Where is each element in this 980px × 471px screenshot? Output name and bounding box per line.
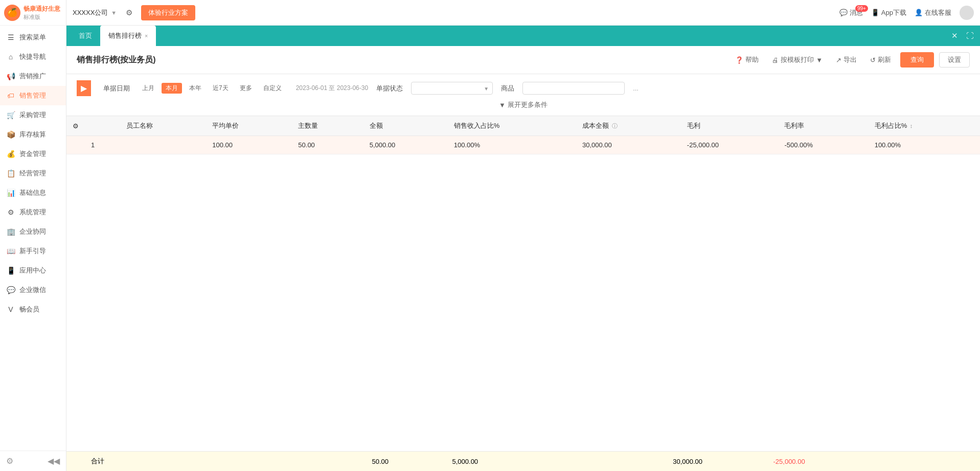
sidebar-icon-search: ☰ [6, 33, 15, 41]
sidebar-item-sales[interactable]: 🏷 销售管理 [0, 86, 66, 105]
date-tab-7days[interactable]: 近7天 [209, 83, 233, 94]
sidebar-item-operations[interactable]: 📋 经营管理 [0, 164, 66, 183]
export-button[interactable]: ↗ 导出 [832, 53, 861, 66]
sidebar-icon-apps: 📱 [6, 266, 15, 275]
sidebar-label-sales: 销售管理 [19, 91, 46, 100]
refresh-button[interactable]: ↺ 刷新 [866, 53, 895, 66]
tab-close-window-icon[interactable]: ✕ [949, 29, 960, 42]
print-button[interactable]: 🖨 按模板打印 ▼ [768, 53, 827, 66]
sidebar-item-apps[interactable]: 📱 应用中心 [0, 261, 66, 280]
row-gross-ratio: 100.00% [869, 136, 980, 154]
date-tab-current-month[interactable]: 本月 [162, 83, 182, 94]
tab-fullscreen-icon[interactable]: ⛶ [964, 29, 976, 42]
filter-expand-area: ▼ 展开更多条件 [77, 96, 970, 109]
sidebar-label-search: 搜索菜单 [19, 33, 46, 42]
settings-button[interactable]: 设置 [939, 52, 970, 68]
message-button[interactable]: 💬 消息 99+ [839, 8, 863, 17]
service-icon: 👤 [915, 9, 923, 16]
message-badge: 99+ [855, 5, 868, 12]
sidebar-item-inventory[interactable]: 📦 库存核算 [0, 125, 66, 144]
topbar-settings-btn[interactable]: ⚙ [122, 6, 136, 20]
expand-more-btn[interactable]: ▼ 展开更多条件 [499, 100, 548, 109]
export-icon: ↗ [836, 56, 841, 64]
logo-icon: 🍊 [4, 5, 20, 21]
sidebar-icon-marketing: 📢 [6, 72, 15, 80]
sidebar-label-apps: 应用中心 [19, 266, 46, 275]
date-tab-prev-month[interactable]: 上月 [138, 83, 158, 94]
footer-gross-rate [874, 457, 974, 466]
company-name: XXXXX公司 [73, 8, 108, 17]
sidebar-item-search[interactable]: ☰ 搜索菜单 [0, 28, 66, 47]
more-filters-btn[interactable]: ... [633, 84, 639, 92]
content-wrapper: 销售排行榜(按业务员) ❓ 帮助 🖨 按模板打印 ▼ ↗ 导出 ↺ 刷新 [66, 46, 980, 471]
sidebar-icon-operations: 📋 [6, 169, 15, 177]
help-icon: ❓ [735, 56, 743, 64]
tab-sales-ranking[interactable]: 销售排行榜 × [100, 26, 156, 46]
sidebar-icon-system: ⚙ [6, 208, 15, 216]
sidebar-label-marketing: 营销推广 [19, 72, 46, 81]
footer-row: 合计 50.00 5,000.00 30,000.00 -25,000.00 [73, 457, 974, 466]
sidebar-label-basic: 基础信息 [19, 188, 46, 197]
filter-row: ▶ 单据日期 上月 本月 本年 近7天 更多 自定义 2023-06-01 至 … [77, 80, 970, 96]
sidebar-icon-shortcut: ⌂ [6, 53, 15, 61]
sidebar-item-guide[interactable]: 📖 新手引导 [0, 241, 66, 261]
col-gross-rate: 毛利率 [778, 116, 868, 136]
filter-collapse-btn[interactable]: ▶ [77, 80, 91, 96]
date-range-group: 上月 本月 本年 近7天 更多 自定义 [138, 83, 286, 94]
date-tab-year[interactable]: 本年 [185, 83, 206, 94]
tab-home[interactable]: 首页 [71, 26, 100, 46]
date-tab-custom[interactable]: 自定义 [259, 83, 286, 94]
status-select[interactable] [411, 82, 493, 95]
app-download-button[interactable]: 📱 App下载 [871, 8, 906, 17]
print-icon: 🖨 [772, 56, 779, 64]
sidebar-item-wechat[interactable]: 💬 企业微信 [0, 280, 66, 300]
sidebar-label-purchase: 采购管理 [19, 110, 46, 120]
sidebar-item-purchase[interactable]: 🛒 采购管理 [0, 105, 66, 125]
logo-area: 🍊 畅康通好生意 标准版 [0, 0, 66, 26]
sidebar-item-system[interactable]: ⚙ 系统管理 [0, 203, 66, 222]
online-service-button[interactable]: 👤 在线客服 [915, 8, 951, 17]
row-gross-rate: -500.00% [778, 136, 868, 154]
row-sales-ratio: 100.00% [448, 136, 576, 154]
table-row: 1 100.00 50.00 5,000.00 100.00% 30,000.0… [66, 136, 980, 154]
sidebar-collapse-icon[interactable]: ◀◀ [48, 456, 60, 466]
col-rank [85, 116, 120, 136]
industry-button[interactable]: 体验行业方案 [141, 5, 195, 20]
company-selector[interactable]: XXXXX公司 ▼ [73, 8, 117, 17]
print-caret: ▼ [816, 56, 823, 64]
col-amount: 全额 [363, 116, 448, 136]
sidebar-icon-member: V [6, 305, 15, 313]
help-button[interactable]: ❓ 帮助 [731, 53, 763, 66]
sidebar: 🍊 畅康通好生意 标准版 ☰ 搜索菜单 ⌂ 快捷导航 📢 营销推广 🏷 销售管理… [0, 0, 66, 471]
sidebar-label-guide: 新手引导 [19, 246, 46, 256]
company-caret: ▼ [111, 10, 117, 16]
phone-icon: 📱 [871, 9, 879, 16]
sidebar-settings-icon[interactable]: ⚙ [6, 456, 13, 466]
col-quantity: 主数量 [292, 116, 363, 136]
cost-info-icon[interactable]: ⓘ [612, 123, 618, 129]
sidebar-item-shortcut[interactable]: ⌂ 快捷导航 [0, 47, 66, 66]
footer-label: 合计 [91, 457, 151, 466]
row-cost: 30,000.00 [576, 136, 681, 154]
col-avg-price: 平均单价 [206, 116, 292, 136]
tab-close-icon[interactable]: × [145, 33, 148, 39]
header-actions: ❓ 帮助 🖨 按模板打印 ▼ ↗ 导出 ↺ 刷新 查询 设置 [731, 52, 970, 68]
sidebar-label-enterprise: 企业协同 [19, 227, 46, 236]
query-button[interactable]: 查询 [900, 52, 934, 68]
sidebar-icon-wechat: 💬 [6, 286, 15, 294]
sidebar-item-enterprise[interactable]: 🏢 企业协同 [0, 222, 66, 241]
sidebar-item-member[interactable]: V 畅会员 [0, 300, 66, 319]
gross-ratio-info-icon[interactable]: ↕ [910, 123, 913, 129]
user-avatar[interactable] [960, 6, 974, 20]
expand-icon: ▼ [499, 101, 506, 109]
topbar: XXXXX公司 ▼ ⚙ 体验行业方案 💬 消息 99+ 📱 App下载 👤 在线… [66, 0, 980, 26]
logo-text: 畅康通好生意 标准版 [24, 5, 60, 21]
goods-input[interactable] [522, 82, 625, 95]
date-tab-more[interactable]: 更多 [236, 83, 256, 94]
footer-cost: 30,000.00 [673, 457, 773, 466]
sidebar-item-basic[interactable]: 📊 基础信息 [0, 183, 66, 203]
filter-area: ▶ 单据日期 上月 本月 本年 近7天 更多 自定义 2023-06-01 至 … [66, 74, 980, 116]
sidebar-item-finance[interactable]: 💰 资金管理 [0, 144, 66, 164]
footer-quantity: 50.00 [372, 457, 452, 466]
sidebar-item-marketing[interactable]: 📢 营销推广 [0, 66, 66, 86]
